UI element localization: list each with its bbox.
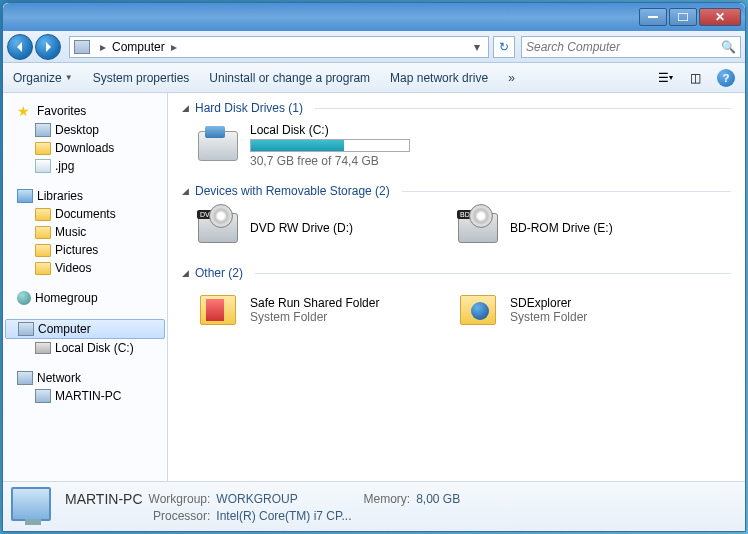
hard-drive-icon <box>198 131 238 161</box>
category-header[interactable]: ◢Other (2) <box>182 266 731 280</box>
search-icon: 🔍 <box>721 40 736 54</box>
collapse-icon: ◢ <box>182 103 189 113</box>
folder-icon <box>35 262 51 275</box>
sidebar-item-downloads[interactable]: Downloads <box>3 139 167 157</box>
navbar: ▸ Computer ▸ ▾ ↻ 🔍 <box>3 31 745 63</box>
computer-icon <box>35 389 51 403</box>
drive-dvd[interactable]: DVD DVD RW Drive (D:) <box>194 204 444 252</box>
chevron-right-icon: ▸ <box>171 40 177 54</box>
folder-sdexplorer[interactable]: SDExplorer System Folder <box>454 286 704 334</box>
forward-button[interactable] <box>35 34 61 60</box>
help-icon[interactable]: ? <box>717 69 735 87</box>
disk-usage-bar <box>250 139 410 152</box>
content-pane: ◢Hard Disk Drives (1) Local Disk (C:) 30… <box>168 93 745 481</box>
computer-name: MARTIN-PC <box>65 491 143 507</box>
uninstall-program-button[interactable]: Uninstall or change a program <box>209 71 370 85</box>
close-button[interactable]: ✕ <box>699 8 741 26</box>
titlebar: ✕ <box>3 3 745 31</box>
toolbar-overflow[interactable]: » <box>508 71 515 85</box>
search-input[interactable] <box>526 40 721 54</box>
breadcrumb-location[interactable]: Computer <box>112 40 165 54</box>
system-folder-icon <box>200 295 236 325</box>
category-header[interactable]: ◢Devices with Removable Storage (2) <box>182 184 731 198</box>
collapse-icon: ◢ <box>182 268 189 278</box>
folder-icon <box>35 226 51 239</box>
drive-icon <box>35 342 51 354</box>
navigation-pane: ★Favorites Desktop Downloads .jpg Librar… <box>3 93 168 481</box>
sidebar-network[interactable]: Network <box>3 369 167 387</box>
star-icon: ★ <box>17 103 33 119</box>
explorer-window: ✕ ▸ Computer ▸ ▾ ↻ 🔍 Organize▼ System pr… <box>2 2 746 532</box>
category-header[interactable]: ◢Hard Disk Drives (1) <box>182 101 731 115</box>
chevron-right-icon: ▸ <box>100 40 106 54</box>
computer-icon <box>11 487 51 521</box>
refresh-button[interactable]: ↻ <box>493 36 515 58</box>
sidebar-item-network-pc[interactable]: MARTIN-PC <box>3 387 167 405</box>
folder-safe-run[interactable]: Safe Run Shared Folder System Folder <box>194 286 444 334</box>
optical-drive-icon: BD <box>458 213 498 243</box>
category-other: ◢Other (2) Safe Run Shared Folder System… <box>182 266 731 334</box>
computer-icon <box>18 322 34 336</box>
sidebar-libraries[interactable]: Libraries <box>3 187 167 205</box>
svg-rect-1 <box>678 13 688 21</box>
organize-menu[interactable]: Organize▼ <box>13 71 73 85</box>
address-dropdown[interactable]: ▾ <box>470 40 484 54</box>
folder-icon <box>35 208 51 221</box>
computer-icon <box>74 40 90 54</box>
sidebar-homegroup[interactable]: Homegroup <box>3 289 167 307</box>
details-pane: MARTIN-PC Workgroup: WORKGROUP Memory: 8… <box>3 481 745 531</box>
desktop-icon <box>35 123 51 137</box>
sidebar-item-jpg[interactable]: .jpg <box>3 157 167 175</box>
folder-icon <box>35 244 51 257</box>
maximize-button[interactable] <box>669 8 697 26</box>
address-bar[interactable]: ▸ Computer ▸ ▾ <box>69 36 489 58</box>
sidebar-item-music[interactable]: Music <box>3 223 167 241</box>
map-network-drive-button[interactable]: Map network drive <box>390 71 488 85</box>
category-removable: ◢Devices with Removable Storage (2) DVD … <box>182 184 731 252</box>
sidebar-computer[interactable]: Computer <box>5 319 165 339</box>
system-properties-button[interactable]: System properties <box>93 71 190 85</box>
folder-icon <box>35 142 51 155</box>
drive-bdrom[interactable]: BD BD-ROM Drive (E:) <box>454 204 704 252</box>
optical-drive-icon: DVD <box>198 213 238 243</box>
collapse-icon: ◢ <box>182 186 189 196</box>
sidebar-item-documents[interactable]: Documents <box>3 205 167 223</box>
preview-pane-icon[interactable]: ◫ <box>687 70 703 86</box>
sidebar-item-videos[interactable]: Videos <box>3 259 167 277</box>
sidebar-favorites[interactable]: ★Favorites <box>3 101 167 121</box>
sidebar-item-desktop[interactable]: Desktop <box>3 121 167 139</box>
view-options-icon[interactable]: ☰▾ <box>657 70 673 86</box>
sidebar-item-pictures[interactable]: Pictures <box>3 241 167 259</box>
homegroup-icon <box>17 291 31 305</box>
sidebar-item-local-disk[interactable]: Local Disk (C:) <box>3 339 167 357</box>
search-box[interactable]: 🔍 <box>521 36 741 58</box>
toolbar: Organize▼ System properties Uninstall or… <box>3 63 745 93</box>
system-folder-icon <box>460 295 496 325</box>
svg-rect-0 <box>648 16 658 18</box>
image-icon <box>35 159 51 173</box>
drive-local-disk-c[interactable]: Local Disk (C:) 30,7 GB free of 74,4 GB <box>194 121 444 170</box>
minimize-button[interactable] <box>639 8 667 26</box>
network-icon <box>17 371 33 385</box>
libraries-icon <box>17 189 33 203</box>
back-button[interactable] <box>7 34 33 60</box>
category-hdd: ◢Hard Disk Drives (1) Local Disk (C:) 30… <box>182 101 731 170</box>
